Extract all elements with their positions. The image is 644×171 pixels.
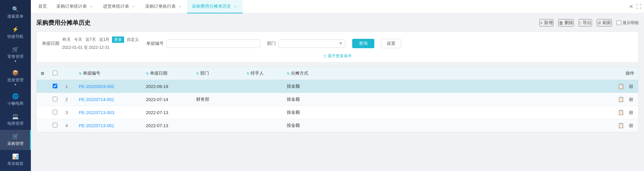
row-view-icon-2[interactable]: 📋 bbox=[617, 109, 625, 116]
row-num-cell-3: 4 bbox=[61, 119, 75, 132]
row-setting-cell-3 bbox=[37, 119, 49, 132]
sidebar-item-label: 快捷导航 bbox=[7, 34, 23, 39]
dept-filter-label: 部门 bbox=[267, 40, 276, 47]
close-window-icon[interactable]: ✕ bbox=[629, 3, 633, 10]
shortcut-1month[interactable]: 近1月 bbox=[99, 36, 110, 43]
row-checkbox-1[interactable] bbox=[53, 97, 57, 101]
add-button[interactable]: + 新增 bbox=[539, 19, 553, 26]
sidebar-item-inventory[interactable]: 📊 库存核算 bbox=[0, 150, 31, 170]
tab-goods-stat[interactable]: 进货单统计表 × bbox=[98, 0, 141, 13]
row-dept-cell-1: 财务部 bbox=[192, 93, 243, 106]
search-button[interactable]: 查询 bbox=[352, 39, 374, 48]
expand-more-button[interactable]: ▽ 展开更多条件 bbox=[323, 53, 352, 59]
shortcut-yesterday[interactable]: 昨天 bbox=[62, 36, 71, 43]
tab-purchase-stat[interactable]: 采购订单统计表 × bbox=[52, 0, 98, 13]
ecom-icon: 💻 bbox=[12, 113, 19, 119]
tab-goods-stat-close[interactable]: × bbox=[131, 4, 136, 9]
row-checkbox-0[interactable] bbox=[53, 84, 57, 88]
row-view-icon-3[interactable]: 📋 bbox=[617, 122, 625, 129]
sidebar-item-wholesale[interactable]: 📦 批发管理 ▼ bbox=[0, 66, 31, 90]
row-docno-link-3[interactable]: PE-20220713-001 bbox=[79, 123, 114, 128]
row-num-cell-1: 2 bbox=[61, 93, 75, 106]
sidebar-item-nav[interactable]: ⚡ 快捷导航 bbox=[0, 23, 31, 43]
refresh-icon: ↺ bbox=[597, 20, 601, 25]
sort-icon: ⇅ bbox=[146, 72, 149, 75]
row-action-icons-0: 📋 ⊞ bbox=[609, 83, 634, 90]
tab-purchase-exec[interactable]: 采购订单执行表 × bbox=[141, 0, 187, 13]
row-view-icon-1[interactable]: 📋 bbox=[617, 96, 625, 103]
row-docno-link-2[interactable]: PE-20220713-003 bbox=[79, 110, 114, 115]
settings-gear-icon[interactable]: ⚙ bbox=[41, 71, 45, 76]
row-dept-cell-3 bbox=[192, 119, 243, 132]
nav-icon: ⚡ bbox=[12, 26, 19, 32]
row-action-icons-3: 📋 ⊞ bbox=[609, 122, 634, 129]
docno-input[interactable] bbox=[166, 39, 260, 48]
export-button[interactable]: ↑ 导出 bbox=[579, 19, 592, 26]
row-action-cell-3: 📋 ⊞ bbox=[605, 119, 638, 132]
tab-purchase-stat-close[interactable]: × bbox=[89, 4, 94, 9]
row-edit-icon-1[interactable]: ⊞ bbox=[628, 96, 634, 103]
row-check-cell-3 bbox=[49, 119, 61, 132]
table-row: 1 PE-20220919-002 2022-09-19 按金额 📋 ⊞ bbox=[37, 80, 638, 93]
row-checkbox-2[interactable] bbox=[53, 110, 57, 114]
row-date-cell-2: 2022-07-13 bbox=[142, 106, 192, 119]
tab-expense-split-close[interactable]: × bbox=[233, 4, 238, 9]
maximize-icon[interactable]: ⛶ bbox=[636, 4, 641, 10]
sidebar-item-ecom[interactable]: 💻 电商管理 bbox=[0, 110, 31, 130]
sidebar-item-label: 批发管理 bbox=[7, 77, 23, 83]
show-columns-checkbox[interactable] bbox=[616, 20, 621, 25]
header-actions: + 新增 🗑 删除 ↑ 导出 ↺ 刷新 显示明细 bbox=[539, 19, 639, 26]
row-edit-icon-2[interactable]: ⊞ bbox=[628, 109, 634, 116]
tab-purchase-exec-close[interactable]: × bbox=[178, 4, 182, 9]
row-setting-cell-2 bbox=[37, 106, 49, 119]
shortcut-more[interactable]: 更多 bbox=[112, 36, 124, 43]
export-label: 导出 bbox=[583, 20, 591, 26]
row-setting-cell-0 bbox=[37, 80, 49, 93]
row-dept-cell-2 bbox=[192, 106, 243, 119]
row-docno-link-0[interactable]: PE-20220919-002 bbox=[79, 84, 114, 89]
purchase-icon: 🛒 bbox=[12, 133, 19, 140]
tab-purchase-exec-label: 采购订单执行表 bbox=[145, 3, 176, 9]
col-dept-header: ⇅ 部门 bbox=[192, 67, 243, 80]
row-handler-cell-3 bbox=[243, 119, 283, 132]
row-edit-icon-3[interactable]: ⊞ bbox=[628, 122, 634, 129]
delete-button[interactable]: 🗑 删除 bbox=[558, 19, 574, 26]
export-icon: ↑ bbox=[579, 20, 582, 25]
refresh-button[interactable]: ↺ 刷新 bbox=[597, 19, 612, 26]
row-docno-cell-3: PE-20220713-001 bbox=[75, 119, 142, 132]
col-check bbox=[49, 67, 61, 80]
row-num-cell-0: 1 bbox=[61, 80, 75, 93]
row-checkbox-3[interactable] bbox=[53, 123, 57, 127]
show-columns-toggle[interactable]: 显示明细 bbox=[616, 20, 639, 26]
dept-select[interactable]: 财务部 bbox=[278, 39, 345, 48]
row-handler-cell-0 bbox=[243, 80, 283, 93]
col-handler-label: 经手人 bbox=[251, 71, 264, 76]
row-num-cell-2: 3 bbox=[61, 106, 75, 119]
shortcut-7days[interactable]: 近7天 bbox=[85, 36, 97, 43]
row-date-cell-1: 2022-07-14 bbox=[142, 93, 192, 106]
sidebar: 🔍 搜索菜单 ⚡ 快捷导航 🛒 零售管理 ▼ 📦 批发管理 ▼ 🌐 小畅电商 💻… bbox=[0, 0, 31, 171]
sort-icon: ⇅ bbox=[196, 72, 199, 75]
sidebar-item-search[interactable]: 🔍 搜索菜单 bbox=[0, 3, 31, 23]
select-all-checkbox[interactable] bbox=[53, 71, 57, 75]
row-docno-link-1[interactable]: PE-20220714-001 bbox=[79, 97, 114, 102]
sidebar-item-ecom-small[interactable]: 🌐 小畅电商 bbox=[0, 90, 31, 110]
page-header: 采购费用分摊单历史 + 新增 🗑 删除 ↑ 导出 ↺ 刷新 bbox=[36, 19, 639, 27]
tab-home[interactable]: 首页 bbox=[34, 0, 52, 13]
col-docno-label: 单据编号 bbox=[83, 71, 100, 76]
sidebar-item-purchase[interactable]: 🛒 采购管理 bbox=[0, 130, 31, 150]
docno-filter: 单据编号 bbox=[146, 39, 260, 48]
row-edit-icon-0[interactable]: ⊞ bbox=[628, 83, 634, 90]
tab-expense-split[interactable]: 采购费用分摊单历史 × bbox=[187, 0, 243, 13]
sidebar-item-retail[interactable]: 🛒 零售管理 ▼ bbox=[0, 43, 31, 66]
sort-icon: ⇅ bbox=[79, 72, 82, 75]
shortcut-today[interactable]: 今天 bbox=[73, 36, 83, 43]
row-action-cell-2: 📋 ⊞ bbox=[605, 106, 638, 119]
row-view-icon-0[interactable]: 📋 bbox=[617, 83, 625, 90]
add-icon: + bbox=[540, 20, 543, 25]
sidebar-item-label: 零售管理 bbox=[7, 54, 23, 60]
filter-settings-button[interactable]: 设置 bbox=[381, 39, 401, 48]
shortcut-custom[interactable]: 自定义 bbox=[126, 36, 140, 43]
sidebar-item-label: 搜索菜单 bbox=[7, 14, 23, 19]
dept-filter: 部门 财务部 bbox=[267, 39, 345, 48]
